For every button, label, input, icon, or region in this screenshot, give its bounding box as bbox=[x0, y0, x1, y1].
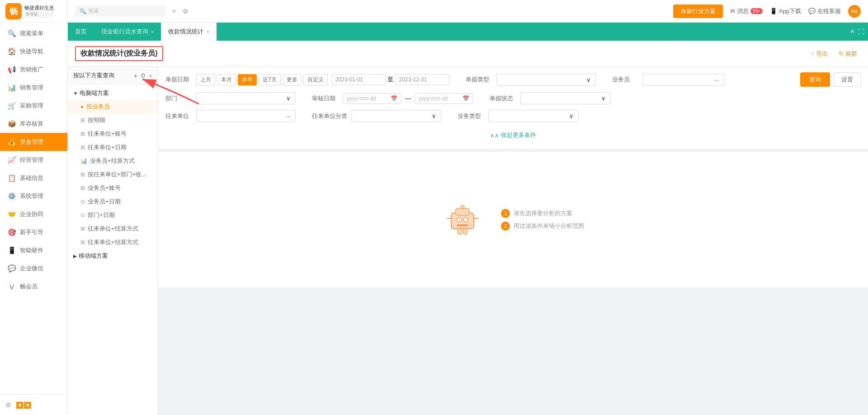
header-right: 体验行业方案 ✉ 消息 99+ 📱 App下载 💬 在线客服 Rit bbox=[673, 5, 861, 18]
scheme-group-desktop-header[interactable]: ▼ 电脑端方案 bbox=[68, 86, 158, 100]
tab-bank-close[interactable]: × bbox=[151, 29, 154, 34]
calendar-icon: 📅 bbox=[391, 95, 397, 102]
add-scheme-btn[interactable]: + bbox=[133, 72, 137, 80]
date-btn-more[interactable]: 更多 bbox=[283, 74, 302, 85]
marketing-icon: 📢 bbox=[7, 65, 16, 74]
bill-status-select[interactable]: ∨ bbox=[520, 92, 611, 104]
window-maximize-btn[interactable]: ⛶ bbox=[858, 28, 864, 35]
tab-home[interactable]: 首页 bbox=[68, 23, 94, 41]
collapse-conditions-btn[interactable]: ∧∧ 收起更多条件 bbox=[165, 127, 861, 143]
window-close-btn[interactable]: × bbox=[850, 28, 854, 36]
setting-btn[interactable]: 设置 bbox=[834, 72, 861, 87]
scheme-group-mobile-header[interactable]: ▶ 移动端方案 bbox=[68, 249, 158, 263]
empty-state: 1 请先选择要分析的方案 2 用过滤条件来缩小分析范围 bbox=[158, 152, 868, 288]
online-service-btn[interactable]: 💬 在线客服 bbox=[808, 7, 841, 15]
tab-bank[interactable]: 现金银行流水查询 × bbox=[94, 23, 161, 41]
empty-robot-icon bbox=[442, 199, 483, 240]
user-avatar[interactable]: Rit bbox=[848, 5, 861, 18]
avatar: Rit bbox=[848, 5, 861, 18]
partner-category-select[interactable]: ∨ bbox=[351, 110, 441, 122]
tab-bar: 首页 现金银行流水查询 × 收款情况统计 × × ⛶ bbox=[68, 23, 868, 41]
sidebar-item-operation[interactable]: 📈 经营管理 bbox=[0, 151, 67, 169]
review-date-start[interactable]: yyyy-mm-dd 📅 bbox=[343, 93, 401, 104]
date-btn-7days[interactable]: 近7天 bbox=[259, 74, 281, 85]
empty-tips: 1 请先选择要分析的方案 2 用过滤条件来缩小分析范围 bbox=[501, 209, 584, 231]
sidebar-item-hardware[interactable]: 📱 智能硬件 bbox=[0, 241, 67, 259]
sidebar-item-basic[interactable]: 📋 基础信息 bbox=[0, 169, 67, 187]
app-download-btn[interactable]: 📱 App下载 bbox=[770, 7, 801, 15]
sidebar-item-vip[interactable]: V 畅会员 bbox=[0, 278, 67, 296]
purchase-icon: 🛒 bbox=[7, 101, 16, 110]
sidebar-item-marketing[interactable]: 📢 营销推广 bbox=[0, 61, 67, 79]
sidebar-item-system[interactable]: ⚙️ 系统管理 bbox=[0, 187, 67, 205]
scheme-item-salesman-settle[interactable]: 📊 业务员+结算方式 bbox=[68, 154, 158, 168]
review-date-label: 审核日期 bbox=[312, 94, 339, 103]
scheme-icon-ps1: ⊞ bbox=[80, 226, 85, 232]
settings-footer-btn[interactable]: ⚙ bbox=[5, 401, 11, 409]
sidebar-item-purchase[interactable]: 🛒 采购管理 bbox=[0, 97, 67, 115]
refresh-btn[interactable]: ↻ 刷新 bbox=[835, 48, 861, 60]
chevron-down-icon-bt: ∨ bbox=[569, 113, 574, 119]
scheme-item-salesman-account[interactable]: ⊞ 业务员+账号 bbox=[68, 181, 158, 195]
content-wrapper: 按以下方案查询 + ⚙ « ▼ 电脑端方案 bbox=[68, 67, 868, 415]
calendar-icon-2: 📅 bbox=[462, 95, 469, 102]
header-settings-btn[interactable]: ⚙ bbox=[183, 8, 189, 15]
panel-collapse-btn[interactable]: « bbox=[149, 72, 152, 79]
biz-type-select[interactable]: ∨ bbox=[488, 110, 579, 122]
sidebar-item-sales[interactable]: 📊 销售管理 bbox=[0, 79, 67, 97]
scheme-item-partner-dept[interactable]: ⊞ 按往来单位+部门+收... bbox=[68, 168, 158, 181]
sidebar-item-quicknav[interactable]: 🏠 快捷导航 bbox=[0, 42, 67, 61]
collapse-footer-btn[interactable]: ◀‍◀ bbox=[16, 401, 31, 409]
bill-type-select[interactable]: ∨ bbox=[496, 74, 596, 86]
tab-collection[interactable]: 收款情况统计 × bbox=[161, 23, 216, 41]
dept-select[interactable]: ∨ bbox=[196, 92, 296, 104]
scheme-item-by-detail[interactable]: ⊞ 按明细 bbox=[68, 113, 158, 127]
date-start-input[interactable]: 2023-01-01 bbox=[331, 74, 386, 85]
sidebar-item-wechat[interactable]: 💬 企业微信 bbox=[0, 259, 67, 278]
sidebar-item-inventory[interactable]: 📦 库存核算 bbox=[0, 115, 67, 133]
export-btn[interactable]: ↑ 导出 bbox=[808, 48, 832, 60]
header-search[interactable]: 🔍 搜索 bbox=[75, 5, 165, 17]
scheme-item-partner-settle2[interactable]: ⊞ 往来单位+结算方式 bbox=[68, 236, 158, 249]
scheme-settings-btn[interactable]: ⚙ bbox=[140, 72, 146, 79]
scheme-group-mobile: ▶ 移动端方案 bbox=[68, 249, 158, 263]
wechat-icon: 💬 bbox=[7, 264, 16, 273]
scheme-item-by-salesman[interactable]: ● 按业务员 bbox=[68, 100, 158, 113]
tab-collection-close[interactable]: × bbox=[206, 29, 209, 34]
query-btn[interactable]: 查询 bbox=[800, 72, 830, 87]
sidebar: 畅 畅捷通好生意 标准版 🔍 搜索菜单 🏠 快捷导航 📢 营销推广 📊 销售管理… bbox=[0, 0, 68, 415]
date-btn-this-month[interactable]: 本月 bbox=[217, 74, 236, 85]
scheme-item-salesman-date[interactable]: ⊙ 业务员+日期 bbox=[68, 195, 158, 208]
header-dropdown-btn[interactable]: ▼ bbox=[171, 8, 177, 15]
home-icon: 🏠 bbox=[7, 47, 16, 56]
partner-select[interactable]: ··· bbox=[196, 110, 296, 122]
date-btn-this-year[interactable]: 本年 bbox=[238, 74, 257, 85]
system-icon: ⚙️ bbox=[7, 192, 16, 201]
date-btn-custom[interactable]: 自定义 bbox=[303, 74, 328, 85]
collapse-icon: ∧∧ bbox=[490, 132, 499, 139]
empty-tip-1: 1 请先选择要分析的方案 bbox=[501, 209, 584, 218]
solution-btn[interactable]: 体验行业方案 bbox=[673, 5, 723, 18]
sidebar-item-search[interactable]: 🔍 搜索菜单 bbox=[0, 24, 67, 42]
search-icon: 🔍 bbox=[7, 29, 16, 38]
more-icon: ··· bbox=[714, 76, 719, 83]
sidebar-item-enterprise[interactable]: 🤝 企业协同 bbox=[0, 205, 67, 223]
date-end-input[interactable]: 2023-12-31 bbox=[395, 74, 449, 85]
date-btn-last-month[interactable]: 上月 bbox=[196, 74, 215, 85]
scheme-item-partner-account[interactable]: ⊞ 往来单位+账号 bbox=[68, 127, 158, 141]
salesman-select[interactable]: ··· bbox=[643, 74, 724, 86]
scheme-item-partner-settle1[interactable]: ⊞ 往来单位+结算方式 bbox=[68, 222, 158, 236]
filter-partner-item: 往来单位 ··· bbox=[165, 110, 296, 122]
scheme-item-partner-date[interactable]: ⊞ 往来单位+日期 bbox=[68, 141, 158, 154]
guide-icon: 🎯 bbox=[7, 228, 16, 237]
sidebar-item-finance[interactable]: 💰 资金管理 bbox=[0, 133, 67, 151]
export-icon: ↑ bbox=[811, 50, 815, 57]
review-date-end[interactable]: yyyy-mm-dd 📅 bbox=[415, 93, 473, 104]
scheme-item-dept-date[interactable]: ⊙ 部门+日期 bbox=[68, 208, 158, 222]
sidebar-item-guide[interactable]: 🎯 新手引导 bbox=[0, 223, 67, 241]
enterprise-icon: 🤝 bbox=[7, 210, 16, 219]
filter-row-dept: 部门 ∨ 审核日期 yyyy-mm-dd 📅 bbox=[165, 92, 861, 104]
message-btn[interactable]: ✉ 消息 99+ bbox=[730, 7, 763, 15]
salesman-label: 业务员 bbox=[612, 75, 639, 84]
scheme-icon-pd: ⊞ bbox=[80, 144, 85, 151]
